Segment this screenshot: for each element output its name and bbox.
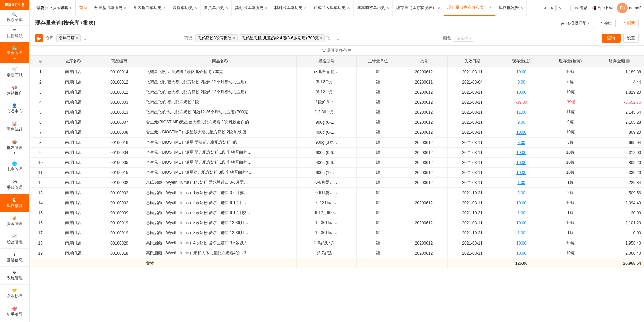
tab-product-in[interactable]: 产成品入库单历史 ✕ <box>310 0 354 16</box>
close-tab-material-out[interactable]: ✕ <box>304 6 307 10</box>
cell-stock-main[interactable]: 10.00 <box>497 67 546 77</box>
close-tab-product-in[interactable]: ✕ <box>347 6 350 10</box>
close-tab-batch-account[interactable]: ✕ <box>520 6 523 10</box>
sidebar-item-marketing[interactable]: 📢 营销推广 <box>0 82 29 100</box>
close-tab-other-out[interactable]: ✕ <box>265 6 267 10</box>
tab-other-out[interactable]: 其他出库单历史 ✕ <box>232 0 271 16</box>
cell-stock-main[interactable]: 2.00 <box>497 188 546 198</box>
balance-info-icon[interactable]: i <box>626 59 630 63</box>
tab-cost-adjust[interactable]: 成本调整单历史 ✕ <box>354 0 393 16</box>
sidebar-item-member-center[interactable]: 👤 会员中心 <box>0 100 29 118</box>
cell-spec: (6-12个月… <box>297 87 357 97</box>
cell-stock-main[interactable]: 1.00 <box>497 208 546 218</box>
cell-stock-main[interactable]: 0.00 <box>497 77 546 87</box>
sidebar-search[interactable]: 🔍 搜索菜单 <box>0 10 29 26</box>
close-tab-split-inventory[interactable]: ✕ <box>124 6 126 10</box>
cell-unit: 罐 <box>356 168 400 178</box>
close-tab-picking[interactable]: ✕ <box>194 6 197 10</box>
cell-stock-main[interactable]: -39.00 <box>497 97 546 107</box>
cell-unit: 罐 <box>356 107 400 117</box>
cell-stock-main[interactable]: 10.00 <box>497 148 546 158</box>
filter-expand-btn[interactable]: ▶ <box>35 34 43 42</box>
app-download-btn[interactable]: 📲 App下载 <box>591 5 613 11</box>
cell-stock-main[interactable]: 10.00 <box>497 238 546 248</box>
expand-conditions-row: ⋁ 展开更多条件 <box>30 46 644 56</box>
expand-conditions-btn[interactable]: ⋁ 展开更多条件 <box>322 47 351 54</box>
cell-code: 00100012 <box>95 87 144 97</box>
close-tab-request[interactable]: ✕ <box>225 6 228 10</box>
cell-stock-main[interactable]: 11.00 <box>497 107 546 117</box>
sidebar-item-retail-mgmt[interactable]: 🏪 零售管理 ▶ <box>0 42 29 64</box>
cell-stock-main[interactable]: 10.00 <box>497 127 546 138</box>
close-tab-disassembly[interactable]: ✕ <box>163 6 166 10</box>
cell-expire: 2021-03-11 <box>448 168 497 178</box>
cell-stock-main[interactable]: 10.00 <box>497 158 546 168</box>
product-more[interactable]: 飞… <box>326 35 334 41</box>
sidebar-quick-nav[interactable]: ☰ 快捷导航 <box>0 26 29 42</box>
cell-stock-main[interactable]: 10.00 <box>497 198 546 208</box>
cell-stock-main[interactable]: 10.00 <box>497 218 546 228</box>
product-tag-1-close[interactable]: ✕ <box>233 36 235 40</box>
tab-material-out[interactable]: 材料出库单历史 ✕ <box>271 0 310 16</box>
cell-seq: 7 <box>30 127 51 138</box>
sidebar-item-retail-shop[interactable]: 🛒 零售商城 <box>0 64 29 82</box>
tab-menu-btn[interactable]: ⋮ <box>564 5 571 11</box>
message-btn[interactable]: ✉ 消息 <box>575 5 587 11</box>
sidebar-item-inventory[interactable]: 🗄 库存核算 <box>0 194 29 212</box>
prev-tab-btn[interactable]: ◀ <box>542 5 548 11</box>
tab-picking[interactable]: 调拨单历史 ✕ <box>169 0 201 16</box>
sidebar-item-ops[interactable]: 📈 经营管理 <box>0 230 29 249</box>
refresh-btn[interactable]: ↺ 刷新 <box>619 19 639 28</box>
cell-stock-main[interactable]: 1.00 <box>497 228 546 238</box>
company-name: 母婴行业演示账套 <box>36 5 68 11</box>
product-more-dots[interactable]: … <box>335 36 339 41</box>
sidebar-item-wholesale-mgmt[interactable]: 📦 批发管理 ▶ <box>0 136 29 158</box>
tab-stock-distribution[interactable]: 现存量（库存分布表） ✕ <box>444 0 495 16</box>
sidebar-item-new-guide[interactable]: 🎯 新手引导 <box>0 303 29 321</box>
cell-stock-main[interactable]: 10.00 <box>497 248 546 258</box>
sidebar-item-purchase[interactable]: 🛍 采购管理 <box>0 176 29 194</box>
warehouse-tag[interactable]: 南岸门店 ✕ <box>56 34 81 42</box>
cell-warehouse: 南岸门店 <box>51 238 95 248</box>
cell-batch: 20200611 <box>400 77 448 87</box>
warehouse-tag-close[interactable]: ✕ <box>76 36 78 40</box>
sidebar-item-ecommerce[interactable]: 🌐 电商管理 <box>0 158 29 176</box>
product-tag-2-close[interactable]: ✕ <box>320 36 322 40</box>
sidebar-item-sys-mgmt[interactable]: ⚙ 系统管理 <box>0 267 29 285</box>
query-button[interactable]: 查询 <box>602 34 621 43</box>
tab-batch-account[interactable]: 库存批次账 ✕ <box>495 0 527 16</box>
sidebar-item-basic-info[interactable]: ℹ 基础信息 <box>0 249 29 267</box>
close-tab-cost-adjust[interactable]: ✕ <box>386 6 389 10</box>
tab-home[interactable]: 首页 <box>76 0 91 16</box>
print-btn[interactable]: 🖨 按模板打印 ▾ <box>557 19 593 28</box>
product-tag-2[interactable]: 飞鹤星飞帆 儿童奶粉 4段(3-6岁适用) 700克 ✕ <box>239 34 325 42</box>
cell-stock-main[interactable]: 9.00 <box>497 117 546 127</box>
cell-warehouse: 南岸门店 <box>51 158 95 168</box>
sidebar-item-finance[interactable]: 💰 资金管理 <box>0 212 29 230</box>
color-filter-select[interactable]: 请选择 ▾ <box>454 35 474 42</box>
settings-button[interactable]: 设置 <box>623 34 639 43</box>
th-settings-icon[interactable]: ⚙ <box>30 56 51 67</box>
table-row: 12 南岸门店 00100002 惠氏启颜（Wyeth illuma）1段奶粉 … <box>30 178 644 188</box>
company-selector[interactable]: 母婴行业演示账套 ▾ <box>32 0 76 16</box>
table-wrapper[interactable]: ⚙ 仓库名称 商品编码 商品名称 规格型号 主计量单位 批号 失效日期 现存量(… <box>30 56 644 322</box>
product-tag-1[interactable]: 飞鹤奶粉3段两提装 ✕ <box>195 34 238 42</box>
user-profile[interactable]: Ea demo2 <box>617 3 641 13</box>
close-tab-stock-status[interactable]: ✕ <box>438 6 440 10</box>
close-tab-stock-distribution[interactable]: ✕ <box>489 6 492 9</box>
refresh-icon: ↺ <box>622 21 626 26</box>
cell-stock-main[interactable]: 10.00 <box>497 87 546 97</box>
cell-stock-main[interactable]: 3.00 <box>497 138 546 148</box>
export-btn[interactable]: ↗ 导出 <box>596 19 616 28</box>
sidebar-item-retail-stats[interactable]: 📊 零售统计 <box>0 118 29 136</box>
warehouse-more[interactable]: … <box>82 36 86 41</box>
close-tab-btn[interactable]: ✕ <box>556 5 563 11</box>
tab-disassembly[interactable]: 组装拆卸单历史 ✕ <box>130 0 169 16</box>
tab-split-inventory[interactable]: 分量盘点单历史 ✕ <box>91 0 130 16</box>
sidebar-item-company-collab[interactable]: 🤝 企业协同 <box>0 285 29 303</box>
tab-stock-status[interactable]: 现存量（库存状况表） ✕ <box>393 0 444 16</box>
next-tab-btn[interactable]: ▶ <box>549 5 556 11</box>
cell-stock-main[interactable]: 10.00 <box>497 168 546 178</box>
cell-stock-main[interactable]: 1.00 <box>497 178 546 188</box>
tab-request[interactable]: 要货单历史 ✕ <box>201 0 232 16</box>
